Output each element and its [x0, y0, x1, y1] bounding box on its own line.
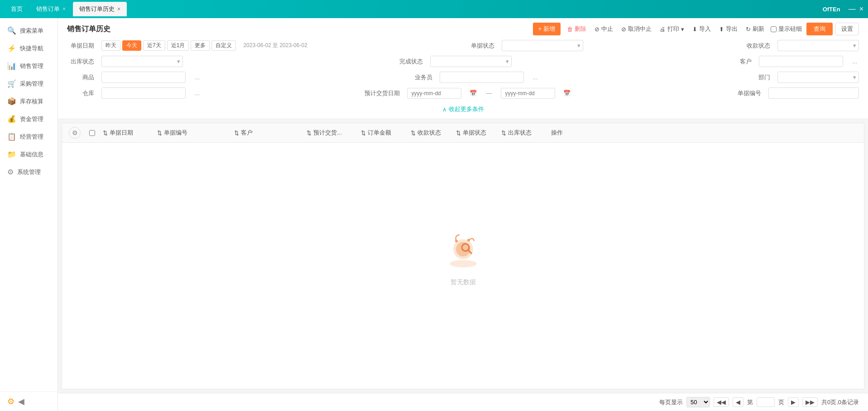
- th-payment[interactable]: ⇅ 收款状态: [408, 125, 453, 140]
- tab-sales-order-label: 销售订单: [36, 5, 60, 13]
- display-cols-label: 显示硅细: [778, 25, 802, 33]
- sidebar-item-operation[interactable]: 📋 经营管理: [0, 128, 58, 145]
- th-stock-status[interactable]: ⇅ 出库状态: [499, 125, 548, 140]
- page-size-label: 每页显示: [659, 398, 683, 406]
- bill-status-select[interactable]: [502, 40, 583, 51]
- top-bar-right: OfTEn — ×: [823, 5, 863, 13]
- date-btn-more[interactable]: 更多: [191, 40, 210, 51]
- tab-sales-history[interactable]: 销售订单历史 ×: [73, 2, 127, 16]
- delivery-date-end-cal-icon[interactable]: 📅: [563, 90, 571, 97]
- date-btn-today[interactable]: 今天: [122, 40, 141, 51]
- collapse-more-btn[interactable]: ∧ 收起更多条件: [67, 103, 859, 115]
- th-delivery[interactable]: ⇅ 预计交货...: [304, 125, 358, 140]
- warehouse-more-btn[interactable]: ...: [193, 90, 201, 97]
- date-btn-custom[interactable]: 自定义: [211, 40, 236, 51]
- sidebar-item-search-menu[interactable]: 🔍 搜索菜单: [0, 22, 58, 39]
- filter-row-3: 商品 ... 业务员 ... 部门: [67, 72, 859, 83]
- print-button[interactable]: 🖨 打印 ▾: [658, 24, 686, 34]
- first-page-btn[interactable]: ◀◀: [714, 397, 729, 407]
- delete-button[interactable]: 🗑 删除: [565, 24, 588, 34]
- goods-more-btn[interactable]: ...: [193, 74, 201, 81]
- tab-sales-order-close[interactable]: ×: [62, 6, 66, 12]
- complete-status-select[interactable]: [430, 56, 512, 67]
- last-page-btn[interactable]: ▶▶: [802, 397, 818, 407]
- delivery-date-start[interactable]: [407, 88, 461, 99]
- settings-icon[interactable]: ⚙: [7, 396, 14, 406]
- th-operation: 操作: [548, 125, 860, 140]
- date-btn-yesterday[interactable]: 昨天: [101, 40, 120, 51]
- sidebar-item-base-info-label: 基础信息: [20, 150, 43, 159]
- customer-more-btn[interactable]: ...: [850, 58, 859, 65]
- date-btn-1month[interactable]: 近1月: [167, 40, 189, 51]
- page-word: 页: [778, 398, 784, 406]
- sidebar-item-quick-nav[interactable]: ⚡ 快捷导航: [0, 39, 58, 57]
- warehouse-input[interactable]: [101, 87, 186, 99]
- goods-input[interactable]: [101, 72, 186, 83]
- table-settings-btn[interactable]: ⚙: [69, 127, 81, 139]
- cancel-stop-label: 取消中止: [628, 25, 652, 33]
- filter-row-1: 单据日期 昨天 今天 近7天 近1月 更多 自定义 2023-06-02 至 2…: [67, 40, 859, 51]
- print-icon: 🖨: [660, 26, 666, 33]
- payment-status-select[interactable]: [777, 40, 859, 51]
- new-button[interactable]: + 新增: [533, 23, 561, 35]
- display-cols-checkbox[interactable]: [771, 26, 777, 32]
- search-menu-icon: 🔍: [7, 26, 16, 35]
- bill-number-input[interactable]: [768, 87, 859, 99]
- stop-label: 中止: [601, 25, 613, 33]
- current-page-input[interactable]: 1: [757, 397, 775, 407]
- refresh-button[interactable]: ↻ 刷新: [744, 24, 766, 34]
- bill-number-label: 单据编号: [734, 89, 761, 97]
- sort-icon-number: ⇅: [157, 130, 162, 136]
- sidebar-item-capital[interactable]: 💰 资金管理: [0, 110, 58, 128]
- stock-out-select[interactable]: [101, 56, 183, 67]
- salesman-input[interactable]: [440, 72, 524, 83]
- collapse-sidebar-icon[interactable]: ◀: [18, 396, 24, 406]
- sort-icon-customer: ⇅: [234, 130, 239, 136]
- date-btn-7days[interactable]: 近7天: [143, 40, 165, 51]
- tab-sales-order[interactable]: 销售订单 ×: [30, 2, 72, 16]
- delivery-date-end[interactable]: [501, 88, 555, 99]
- delivery-date-start-cal-icon[interactable]: 📅: [470, 90, 477, 97]
- customer-input[interactable]: [759, 56, 843, 67]
- salesman-more-btn[interactable]: ...: [531, 74, 540, 81]
- operation-icon: 📋: [7, 132, 16, 141]
- sidebar-item-inventory[interactable]: 📦 库存核算: [0, 92, 58, 110]
- tab-sales-history-close[interactable]: ×: [117, 6, 120, 12]
- query-button[interactable]: 查询: [806, 23, 833, 35]
- sidebar-bottom: ⚙ ◀: [0, 392, 58, 411]
- select-all-checkbox[interactable]: [89, 130, 95, 136]
- minimize-btn[interactable]: —: [849, 5, 856, 13]
- settings-button[interactable]: 设置: [835, 23, 859, 35]
- sidebar-item-sales-mgmt[interactable]: 📊 销售管理: [0, 57, 58, 75]
- th-bill-status[interactable]: ⇅ 单据状态: [453, 125, 499, 140]
- th-date[interactable]: ⇅ 单据日期: [100, 125, 154, 140]
- sidebar-item-capital-label: 资金管理: [20, 115, 43, 123]
- page-size-select[interactable]: 50 10 20 100: [686, 397, 710, 407]
- stop-button[interactable]: ⊘ 中止: [593, 24, 615, 34]
- sidebar-item-purchase-mgmt[interactable]: 🛒 采购管理: [0, 75, 58, 92]
- brand-text: OfTEn: [823, 6, 840, 13]
- th-number[interactable]: ⇅ 单据编号: [154, 125, 231, 140]
- next-page-btn[interactable]: ▶: [788, 397, 799, 407]
- th-customer[interactable]: ⇅ 客户: [231, 125, 304, 140]
- display-cols-toggle[interactable]: 显示硅细: [771, 25, 802, 33]
- bill-status-label: 单据状态: [467, 42, 494, 50]
- close-btn[interactable]: ×: [859, 5, 863, 13]
- export-button[interactable]: ⬆ 导出: [717, 24, 739, 34]
- import-button[interactable]: ⬇ 导入: [691, 24, 713, 34]
- date-range-buttons: 昨天 今天 近7天 近1月 更多 自定义: [101, 40, 236, 51]
- cancel-stop-button[interactable]: ⊘ 取消中止: [619, 24, 653, 34]
- sidebar-item-sys-mgmt[interactable]: ⚙ 系统管理: [0, 163, 58, 181]
- th-customer-label: 客户: [241, 129, 253, 137]
- print-dropdown-icon[interactable]: ▾: [681, 26, 684, 33]
- tab-home[interactable]: 首页: [5, 2, 29, 16]
- stock-out-select-wrapper: [101, 56, 183, 67]
- top-bar: 首页 销售订单 × 销售订单历史 × OfTEn — ×: [0, 0, 868, 18]
- dept-select[interactable]: [777, 72, 859, 83]
- sort-icon-delivery: ⇅: [307, 130, 312, 136]
- th-amount[interactable]: ⇅ 订单金额: [358, 125, 408, 140]
- prev-page-btn[interactable]: ◀: [733, 397, 743, 407]
- sidebar-item-base-info[interactable]: 📁 基础信息: [0, 145, 58, 163]
- svg-point-5: [455, 240, 458, 242]
- import-icon: ⬇: [692, 26, 697, 33]
